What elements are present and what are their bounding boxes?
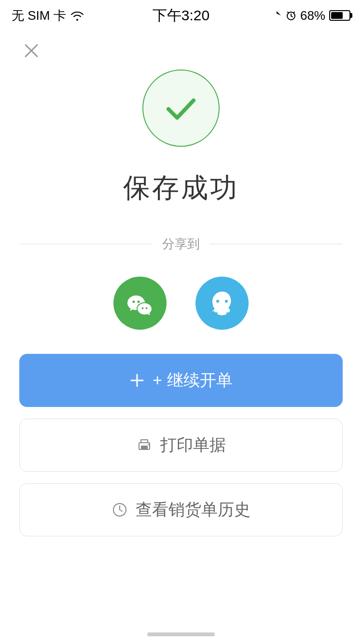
home-indicator [147, 632, 215, 636]
main-content: 保存成功 分享到 [0, 31, 362, 536]
share-wechat-button[interactable] [113, 277, 167, 330]
status-bar: 无 SIM 卡 下午3:20 68% [0, 0, 362, 31]
plus-icon [129, 373, 145, 388]
print-label: 打印单据 [160, 434, 226, 456]
print-icon [136, 437, 153, 453]
continue-label: + 继续开单 [153, 369, 232, 392]
wechat-icon [125, 288, 155, 319]
close-button[interactable] [19, 39, 43, 63]
share-divider-right [209, 244, 343, 244]
success-title: 保存成功 [123, 170, 239, 207]
no-sim-text: 无 SIM 卡 [12, 7, 66, 24]
share-qq-button[interactable] [195, 277, 249, 330]
history-icon [111, 502, 128, 518]
share-divider-row: 分享到 [19, 236, 343, 252]
continue-button[interactable]: + 继续开单 [19, 354, 343, 407]
status-left: 无 SIM 卡 [12, 7, 84, 24]
share-section: 分享到 [0, 236, 362, 330]
history-label: 查看销货单历史 [136, 499, 251, 521]
history-button[interactable]: 查看销货单历史 [19, 483, 343, 536]
share-buttons-row [19, 277, 343, 330]
battery-percent: 68% [300, 8, 325, 23]
action-buttons: + 继续开单 打印单据 查看销货单历史 [0, 354, 362, 536]
location-icon [271, 10, 282, 21]
svg-rect-6 [141, 446, 148, 449]
share-label: 分享到 [162, 236, 200, 252]
svg-point-7 [148, 444, 150, 446]
wifi-icon [70, 10, 84, 21]
alarm-icon [286, 10, 296, 21]
success-circle [142, 70, 220, 147]
print-button[interactable]: 打印单据 [19, 419, 343, 472]
status-time: 下午3:20 [153, 6, 209, 26]
share-divider-left [19, 244, 153, 244]
qq-icon [207, 288, 237, 319]
close-icon [23, 42, 40, 59]
checkmark-icon [162, 89, 200, 127]
status-right: 68% [271, 8, 350, 23]
battery-icon [329, 10, 350, 21]
